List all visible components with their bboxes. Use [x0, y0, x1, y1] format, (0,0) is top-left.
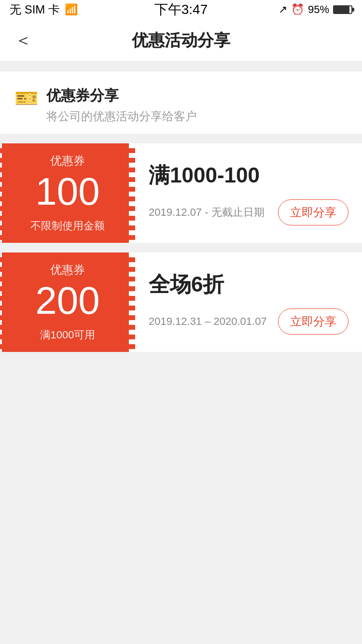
section-text-block: 优惠券分享 将公司的优惠活动分享给客户 — [46, 86, 197, 124]
coupon-type-1: 优惠券 — [50, 153, 85, 168]
coupons-list: 优惠券 100 不限制使用金额 满1000-100 2019.12.07 - 无… — [0, 143, 362, 352]
coupon-right-2: 全场6折 2019.12.31 – 2020.01.07 立即分享 — [135, 252, 362, 352]
coupon-type-2: 优惠券 — [50, 262, 85, 278]
nav-bar: ＜ 优惠活动分享 — [0, 19, 362, 62]
alarm-icon: ⏰ — [291, 3, 304, 16]
carrier-text: 无 SIM 卡 — [10, 2, 60, 17]
coupon-card-2: 优惠券 200 满1000可用 全场6折 2019.12.31 – 2020.0… — [0, 252, 362, 352]
coupon-bottom-1: 2019.12.07 - 无截止日期 立即分享 — [149, 199, 348, 225]
coupon-card-1: 优惠券 100 不限制使用金额 满1000-100 2019.12.07 - 无… — [0, 143, 362, 243]
coupon-condition-2: 满1000可用 — [40, 328, 96, 342]
status-right: ↗ ⏰ 95% — [278, 3, 352, 16]
share-button-1[interactable]: 立即分享 — [278, 199, 348, 225]
coupon-share-icon: 🎫 — [14, 87, 39, 110]
coupon-left-1: 优惠券 100 不限制使用金额 — [0, 143, 135, 243]
battery-bar — [333, 5, 352, 14]
back-button[interactable]: ＜ — [14, 28, 32, 52]
page-title: 优惠活动分享 — [132, 29, 230, 52]
battery-percent: 95% — [308, 3, 329, 16]
coupon-name-2: 全场6折 — [149, 270, 348, 299]
section-header: 🎫 优惠券分享 将公司的优惠活动分享给客户 — [0, 71, 362, 134]
coupon-left-2: 优惠券 200 满1000可用 — [0, 252, 135, 352]
coupon-date-2: 2019.12.31 – 2020.01.07 — [149, 315, 267, 328]
page-background — [0, 362, 362, 644]
location-icon: ↗ — [278, 3, 287, 16]
coupon-amount-2: 200 — [35, 281, 99, 320]
coupon-amount-1: 100 — [35, 172, 99, 211]
coupon-name-1: 满1000-100 — [149, 161, 348, 190]
coupon-date-1: 2019.12.07 - 无截止日期 — [149, 205, 265, 220]
section-subtitle: 将公司的优惠活动分享给客户 — [46, 109, 197, 124]
coupon-right-1: 满1000-100 2019.12.07 - 无截止日期 立即分享 — [135, 143, 362, 243]
status-left: 无 SIM 卡 📶 — [10, 2, 78, 17]
coupon-condition-1: 不限制使用金额 — [30, 219, 105, 233]
status-bar: 无 SIM 卡 📶 下午3:47 ↗ ⏰ 95% — [0, 0, 362, 19]
wifi-icon: 📶 — [65, 3, 78, 16]
section-title: 优惠券分享 — [46, 86, 197, 106]
coupon-bottom-2: 2019.12.31 – 2020.01.07 立即分享 — [149, 308, 348, 335]
status-time: 下午3:47 — [154, 0, 208, 19]
battery-fill — [334, 6, 349, 13]
share-button-2[interactable]: 立即分享 — [278, 308, 348, 335]
